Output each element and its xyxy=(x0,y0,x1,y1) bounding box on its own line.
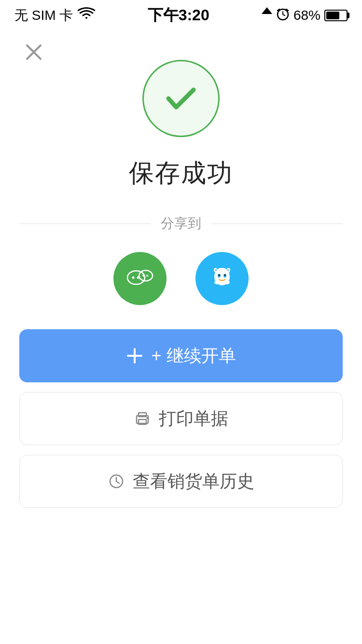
continue-order-label: + 继续开单 xyxy=(151,344,236,368)
status-bar: 无 SIM 卡 下午3:20 68% xyxy=(0,0,362,31)
svg-point-21 xyxy=(146,417,148,419)
svg-point-4 xyxy=(139,270,153,281)
svg-point-14 xyxy=(218,274,220,276)
share-label: 分享到 xyxy=(161,214,201,233)
share-icons xyxy=(19,252,343,305)
history-button[interactable]: 查看销货单历史 xyxy=(19,455,343,508)
qq-share-button[interactable] xyxy=(195,252,249,305)
svg-point-11 xyxy=(224,280,230,284)
svg-point-6 xyxy=(137,277,139,279)
share-divider: 分享到 xyxy=(19,214,343,233)
svg-point-7 xyxy=(142,275,144,277)
wifi-icon xyxy=(78,7,95,24)
action-buttons: + 继续开单 打印单据 查看销货单历史 xyxy=(0,329,362,508)
close-button[interactable] xyxy=(19,38,48,67)
svg-point-3 xyxy=(127,271,145,284)
svg-rect-19 xyxy=(139,413,146,417)
battery-icon xyxy=(324,10,348,21)
location-icon xyxy=(262,7,272,24)
success-title: 保存成功 xyxy=(129,156,233,190)
print-button[interactable]: 打印单据 xyxy=(19,392,343,445)
continue-order-button[interactable]: + 继续开单 xyxy=(19,329,343,382)
status-left: 无 SIM 卡 xyxy=(14,6,95,25)
history-icon xyxy=(108,473,125,490)
print-icon xyxy=(134,410,151,427)
status-time: 下午3:20 xyxy=(148,5,209,26)
main-content: 保存成功 分享到 xyxy=(0,31,362,508)
svg-point-15 xyxy=(224,274,226,276)
wechat-icon xyxy=(125,263,155,294)
wechat-share-button[interactable] xyxy=(113,252,167,305)
carrier-text: 无 SIM 卡 xyxy=(14,6,73,25)
plus-icon xyxy=(126,347,143,364)
print-label: 打印单据 xyxy=(159,407,228,431)
checkmark-icon xyxy=(162,79,200,118)
alarm-icon xyxy=(276,7,290,24)
share-section: 分享到 xyxy=(0,214,362,305)
success-circle xyxy=(142,60,220,137)
status-right: 68% xyxy=(262,7,348,24)
battery-percent: 68% xyxy=(293,8,320,23)
qq-icon xyxy=(207,263,237,294)
svg-point-5 xyxy=(132,277,135,279)
svg-point-10 xyxy=(214,280,220,284)
svg-point-8 xyxy=(146,275,148,277)
history-label: 查看销货单历史 xyxy=(133,470,254,493)
